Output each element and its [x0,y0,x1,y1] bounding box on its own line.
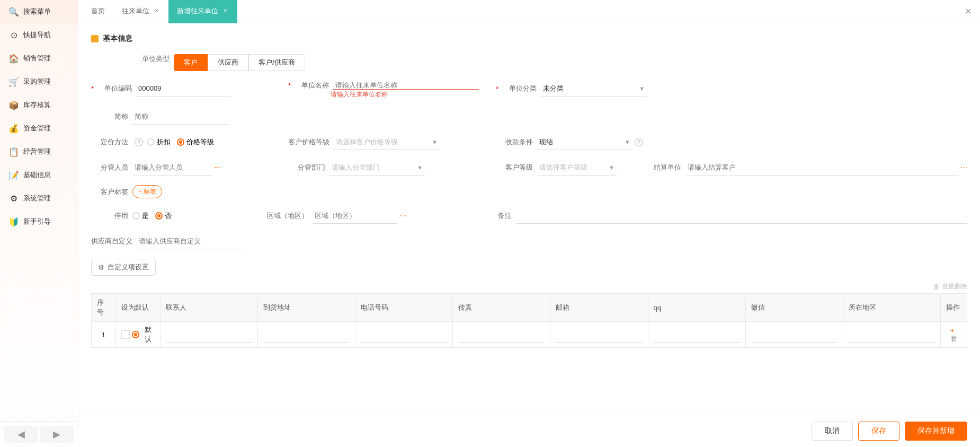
sidebar-collapse-btn[interactable]: ◀ [4,426,38,443]
dept-select[interactable]: 请输入分管部门 ▼ [329,160,425,176]
pricing-grade-label: 价格等级 [186,137,214,147]
sidebar-item-basicinfo[interactable]: 📝 基础信息 [0,163,78,187]
col-email: 邮箱 [550,294,648,322]
row-add-btn[interactable]: + [950,327,955,335]
row-checkbox[interactable] [121,330,130,339]
sidebar-item-purchase[interactable]: 🛒 采购管理 [0,70,78,93]
guide-icon: 🔰 [8,216,19,227]
disable-yes-radio [132,212,140,220]
pricing-discount-option[interactable]: 折扣 [147,137,171,147]
add-tag-btn[interactable]: + 标签 [132,185,162,198]
gear-icon: ⚙ [98,264,104,271]
short-name-field: 简称 [91,109,271,125]
unit-category-field: * 单位分类 未分类 ▼ [496,81,967,97]
wechat-input[interactable] [751,327,838,343]
address-input[interactable] [263,327,350,343]
custom-settings-btn[interactable]: ⚙ 自定义项设置 [91,259,156,276]
supplier-custom-row: 供应商自定义 [91,233,967,249]
pricing-discount-label: 折扣 [157,137,171,147]
unit-type-both-btn[interactable]: 客户/供应商 [248,54,305,71]
sidebar-item-quicknav[interactable]: ⊙ 快捷导航 [0,23,78,47]
sidebar-item-purchase-label: 采购管理 [23,77,69,86]
settlement-more-btn[interactable]: ··· [960,163,967,172]
sidebar-item-guide[interactable]: 🔰 新手引导 [0,210,78,233]
payment-terms-field: 收款条件 现结 ▼ ? [496,134,967,150]
unit-category-value: 未分类 [543,84,637,93]
unit-name-label: 单位名称 [292,81,329,90]
contacts-table: 序号 设为默认 联系人 到货地址 电话号码 传真 邮箱 qq 微信 所在地区 操… [91,293,967,348]
remark-input[interactable] [516,208,967,224]
payment-help-icon[interactable]: ? [635,138,643,146]
email-input[interactable] [556,327,642,343]
save-new-button[interactable]: 保存并新增 [905,422,967,441]
search-icon: 🔍 [8,6,19,17]
disable-yes-option[interactable]: 是 [132,211,149,221]
tab-transactions[interactable]: 往来单位 ✕ [113,0,168,23]
short-name-input[interactable] [132,109,228,125]
col-fax: 传真 [453,294,550,322]
payment-terms-select[interactable]: 现结 ▼ [537,134,632,150]
batch-delete-area: 🗑 批量删除 [91,282,967,291]
manager-row: 分管人员 ··· 分管部门 请输入分管部门 ▼ 客户等级 请选择客户等级 ▼ [91,160,967,176]
row-default-radio[interactable]: 默认 [132,325,155,344]
pricing-grade-option[interactable]: 价格等级 [177,137,214,147]
sidebar-item-search[interactable]: 🔍 搜索菜单 [0,0,78,23]
customer-price-select[interactable]: 请选择客户价格等级 ▼ [334,134,440,150]
manager-more-btn[interactable]: ··· [214,163,221,172]
tab-new-transaction-close[interactable]: ✕ [221,7,229,15]
sidebar-item-finance[interactable]: 💰 资金管理 [0,117,78,140]
manager-label: 分管人员 [91,163,128,172]
customer-price-field: 客户价格等级 请选择客户价格等级 ▼ [288,134,479,150]
unit-type-supplier-btn[interactable]: 供应商 [208,54,248,71]
manager-input[interactable] [132,160,212,176]
main-area: 首页 往来单位 ✕ 新增往来单位 ✕ ✕ 基本信息 单位类型 客户 供应商 客户… [78,0,980,447]
sidebar-item-finance-label: 资金管理 [23,124,69,133]
batch-delete-label: 批量删除 [942,282,967,291]
tab-transactions-close[interactable]: ✕ [153,7,160,15]
dept-chevron: ▼ [417,164,423,171]
phone-input[interactable] [361,327,447,343]
col-phone: 电话号码 [355,294,453,322]
region-input[interactable] [313,208,397,224]
short-name-row: 简称 [91,109,967,125]
row-region-input[interactable] [849,327,935,343]
sidebar-item-sales[interactable]: 🏠 销售管理 [0,47,78,70]
supplier-custom-input[interactable] [137,233,243,249]
settlement-input[interactable] [685,160,958,176]
cancel-button[interactable]: 取消 [812,422,853,441]
pricing-help-icon[interactable]: ? [135,138,143,146]
qq-input[interactable] [654,327,740,343]
short-name-label: 简称 [91,112,128,121]
sidebar-item-system-label: 系统管理 [23,194,69,203]
unit-code-row: * 单位编码 * 单位名称 请输入往来单位名称 [91,81,967,99]
tab-home[interactable]: 首页 [83,0,113,23]
unit-code-input[interactable] [136,81,231,97]
sidebar-bottom: ◀ ▶ [0,421,78,447]
dept-field: 分管部门 请输入分管部门 ▼ [288,160,479,176]
unit-name-input[interactable] [333,81,479,90]
unit-type-customer-btn[interactable]: 客户 [174,54,208,71]
disable-no-option[interactable]: 否 [155,211,172,221]
save-button[interactable]: 保存 [858,422,899,441]
supplier-custom-label: 供应商自定义 [91,236,132,246]
unit-category-required: * [496,85,498,93]
sidebar-item-sales-label: 销售管理 [23,54,69,63]
sidebar-item-inventory[interactable]: 📦 库存核算 [0,93,78,117]
row-delete-btn[interactable]: 🗑 [950,335,957,343]
sidebar-expand-btn[interactable]: ▶ [40,426,74,443]
region-more-btn[interactable]: ··· [399,211,406,221]
sidebar-item-system[interactable]: ⚙ 系统管理 [0,187,78,210]
section-title-icon [91,35,99,42]
col-qq: qq [648,294,745,322]
region-field: 区域（地区） ··· [267,208,458,224]
contact-input[interactable] [166,327,252,343]
customer-level-select[interactable]: 请选择客户等级 ▼ [537,160,617,176]
tab-close-all-btn[interactable]: ✕ [960,4,976,19]
unit-type-row: 单位类型 客户 供应商 客户/供应商 [132,54,967,71]
fax-input[interactable] [458,327,545,343]
col-default: 设为默认 [115,294,160,322]
disable-yes-label: 是 [142,211,149,221]
tab-new-transaction[interactable]: 新增往来单位 ✕ [168,0,237,23]
unit-category-select[interactable]: 未分类 ▼ [541,81,647,97]
sidebar-item-operations[interactable]: 📋 经营管理 [0,140,78,163]
